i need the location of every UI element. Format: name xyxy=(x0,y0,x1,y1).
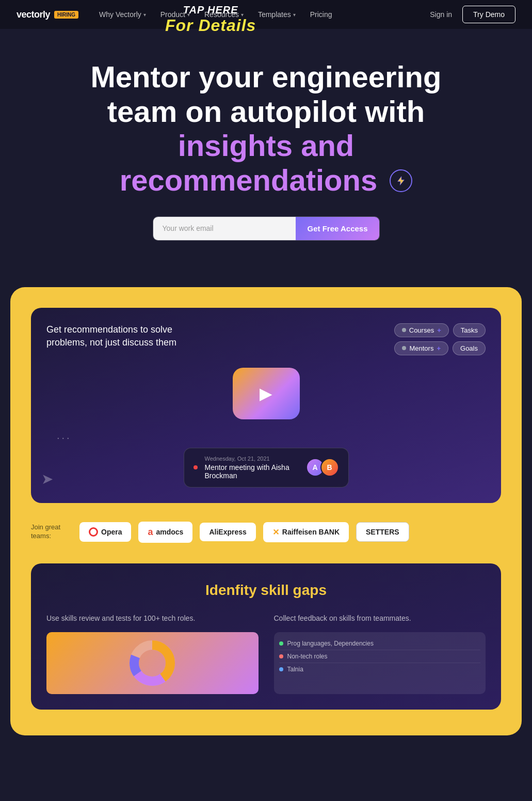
signin-link[interactable]: Sign in xyxy=(430,10,452,19)
raiffeisen-icon: ✕ xyxy=(272,527,279,537)
table-dot-3 xyxy=(279,667,283,671)
table-row-3-label: Talnia xyxy=(287,666,303,673)
courses-dot xyxy=(402,328,406,332)
donut-chart xyxy=(126,637,178,689)
plus-icon: + xyxy=(437,326,441,334)
identity-title: Idenfity skill gaps xyxy=(46,582,486,599)
try-demo-button[interactable]: Try Demo xyxy=(462,6,515,23)
hero-section: Mentor your engineering team on autopilo… xyxy=(0,29,532,272)
email-input[interactable] xyxy=(153,217,296,240)
courses-tag[interactable]: Courses + xyxy=(394,323,449,337)
nav-product[interactable]: Product ▾ xyxy=(160,10,190,19)
opera-logo: Opera xyxy=(79,522,131,542)
identity-col-2: Collect feedback on skills from teammate… xyxy=(274,613,486,694)
logo-text: vectorly xyxy=(17,9,50,20)
table-dot-2 xyxy=(279,654,283,658)
identity-table: Prog languages, Dependencies Non-tech ro… xyxy=(274,632,486,694)
nav-links: Why Vectorly ▾ Product ▾ Resources ▾ Tem… xyxy=(99,10,430,19)
identity-section: Idenfity skill gaps Use skills review an… xyxy=(31,563,501,710)
amdocs-logo: a amdocs xyxy=(138,522,192,543)
identity-col1-text: Use skills review and tests for 100+ tec… xyxy=(46,613,259,624)
chevron-down-icon: ▾ xyxy=(293,12,296,18)
video-card-top: Get recommendations to solve problems, n… xyxy=(46,323,486,355)
teams-label: Join great teams: xyxy=(31,523,72,541)
raiffeisen-logo: ✕ Raiffeisen BANK xyxy=(263,522,349,542)
hero-title-highlight: insights and recommendations xyxy=(120,129,378,197)
teams-row: Join great teams: Opera a amdocs AliExpr… xyxy=(31,522,501,543)
table-row-1: Prog languages, Dependencies xyxy=(279,637,481,650)
avatar-2: B xyxy=(320,458,339,477)
chevron-down-icon: ▾ xyxy=(187,12,190,18)
lightning-badge xyxy=(390,169,412,192)
table-row-2-label: Non-tech roles xyxy=(287,653,328,660)
video-card: Get recommendations to solve problems, n… xyxy=(31,308,501,503)
hero-title-part1: Mentor your engineering team on autopilo… xyxy=(91,60,442,128)
meeting-title: Mentor meeting with Aisha Brockman xyxy=(205,463,299,480)
nav-resources[interactable]: Resources ▾ xyxy=(204,10,244,19)
mentors-tag[interactable]: Mentors + xyxy=(394,341,448,355)
chevron-down-icon: ▾ xyxy=(241,12,244,18)
meeting-info: Wednesday, Oct 21, 2021 Mentor meeting w… xyxy=(205,456,299,480)
identity-col2-text: Collect feedback on skills from teammate… xyxy=(274,613,486,624)
identity-cols: Use skills review and tests for 100+ tec… xyxy=(46,613,486,694)
setters-logo: SETTERS xyxy=(356,522,409,542)
play-icon: ▶ xyxy=(260,384,272,403)
aliexpress-logo: AliExpress xyxy=(200,523,255,541)
nav-why-vectorly[interactable]: Why Vectorly ▾ xyxy=(99,10,146,19)
navbar: vectorly Hiring Why Vectorly ▾ Product ▾… xyxy=(0,0,532,29)
tag-row-2: Mentors + Goals xyxy=(394,341,486,355)
recording-dot xyxy=(194,465,198,469)
nav-templates[interactable]: Templates ▾ xyxy=(258,10,296,19)
table-dot-1 xyxy=(279,641,283,646)
video-tags: Courses + Tasks Mentors + Goals xyxy=(394,323,486,355)
goals-tag[interactable]: Goals xyxy=(453,341,486,355)
opera-icon xyxy=(89,527,98,537)
meeting-avatars: A B xyxy=(306,458,339,477)
tasks-tag[interactable]: Tasks xyxy=(453,323,486,337)
video-play-area: ▶ xyxy=(46,368,486,419)
identity-chart-donut xyxy=(46,632,259,694)
hero-title: Mentor your engineering team on autopilo… xyxy=(80,60,452,198)
play-button[interactable]: ▶ xyxy=(233,368,300,419)
logo[interactable]: vectorly Hiring xyxy=(17,9,78,20)
mentors-dot xyxy=(402,346,406,350)
nav-pricing[interactable]: Pricing xyxy=(310,10,332,19)
table-row-2: Non-tech roles xyxy=(279,650,481,663)
yellow-section: Get recommendations to solve problems, n… xyxy=(10,287,522,735)
card-dots: ... xyxy=(46,430,486,442)
nav-right: Sign in Try Demo xyxy=(430,6,515,23)
plus-icon: + xyxy=(437,344,441,352)
amdocs-icon: a xyxy=(148,527,153,538)
table-row-3: Talnia xyxy=(279,663,481,676)
tag-row-1: Courses + Tasks xyxy=(394,323,486,337)
identity-col-1: Use skills review and tests for 100+ tec… xyxy=(46,613,259,694)
video-card-label: Get recommendations to solve problems, n… xyxy=(46,323,181,349)
deco-arrow-icon: ➤ xyxy=(41,470,53,488)
email-form-wrapper: Get Free Access xyxy=(21,216,511,241)
email-form: Get Free Access xyxy=(153,216,380,241)
meeting-date: Wednesday, Oct 21, 2021 xyxy=(205,456,299,462)
hiring-badge: Hiring xyxy=(54,11,78,19)
meeting-card: Wednesday, Oct 21, 2021 Mentor meeting w… xyxy=(184,448,349,488)
chevron-down-icon: ▾ xyxy=(143,12,146,18)
get-free-access-button[interactable]: Get Free Access xyxy=(296,217,379,240)
table-row-1-label: Prog languages, Dependencies xyxy=(287,640,374,647)
